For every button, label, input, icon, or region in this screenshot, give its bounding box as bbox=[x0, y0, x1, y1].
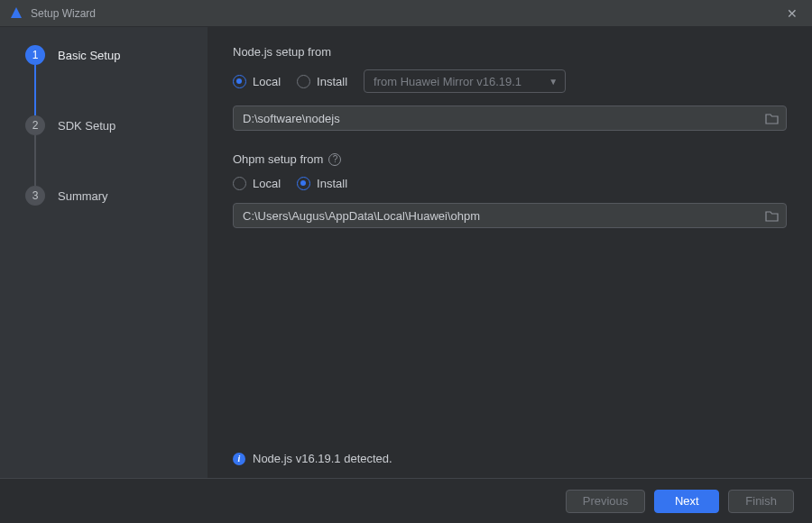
wizard-sidebar: 1 Basic Setup 2 SDK Setup 3 Summary bbox=[0, 27, 208, 478]
titlebar: Setup Wizard ✕ bbox=[0, 0, 812, 27]
nodejs-mirror-dropdown[interactable]: from Huawei Mirror v16.19.1 ▼ bbox=[364, 69, 566, 93]
step-connector bbox=[34, 135, 36, 186]
radio-label: Local bbox=[253, 177, 281, 190]
step-connector bbox=[34, 65, 36, 115]
ohpm-path-row bbox=[233, 203, 787, 228]
ohpm-path-input[interactable] bbox=[243, 209, 758, 223]
next-button[interactable]: Next bbox=[654, 490, 719, 513]
radio-icon bbox=[297, 75, 310, 88]
nodejs-section-title: Node.js setup from bbox=[233, 45, 787, 59]
previous-button[interactable]: Previous bbox=[566, 490, 646, 513]
wizard-content: Node.js setup from Local Install from Hu… bbox=[208, 27, 812, 478]
nodejs-path-row bbox=[233, 106, 787, 131]
sidebar-step-basic-setup[interactable]: 1 Basic Setup bbox=[25, 45, 208, 65]
main-area: 1 Basic Setup 2 SDK Setup 3 Summary Node… bbox=[0, 27, 812, 478]
ohpm-local-radio[interactable]: Local bbox=[233, 177, 281, 190]
step-number: 3 bbox=[25, 186, 45, 206]
status-message: Node.js v16.19.1 detected. bbox=[253, 452, 392, 465]
window-title: Setup Wizard bbox=[31, 7, 781, 20]
help-icon[interactable]: ? bbox=[328, 153, 341, 166]
ohpm-title-text: Ohpm setup from bbox=[233, 152, 323, 166]
nodejs-install-radio[interactable]: Install bbox=[297, 75, 347, 88]
info-icon: i bbox=[233, 453, 245, 465]
ohpm-install-radio[interactable]: Install bbox=[297, 177, 347, 190]
radio-label: Install bbox=[317, 177, 347, 190]
step-number: 1 bbox=[25, 45, 45, 65]
nodejs-radio-group: Local Install from Huawei Mirror v16.19.… bbox=[233, 69, 787, 93]
wizard-footer: Previous Next Finish bbox=[0, 478, 812, 523]
nodejs-path-input[interactable] bbox=[243, 112, 758, 125]
ohpm-section-title: Ohpm setup from ? bbox=[233, 152, 787, 166]
radio-label: Install bbox=[317, 75, 347, 88]
nodejs-local-radio[interactable]: Local bbox=[233, 75, 281, 88]
sidebar-step-summary[interactable]: 3 Summary bbox=[25, 186, 208, 206]
step-label: Summary bbox=[58, 189, 108, 203]
step-number: 2 bbox=[25, 115, 45, 135]
ohpm-radio-group: Local Install bbox=[233, 177, 787, 190]
radio-icon bbox=[233, 177, 246, 190]
browse-folder-icon[interactable] bbox=[758, 210, 779, 222]
browse-folder-icon[interactable] bbox=[758, 113, 779, 124]
close-icon[interactable]: ✕ bbox=[781, 3, 803, 24]
app-logo-icon bbox=[9, 6, 23, 21]
step-label: SDK Setup bbox=[58, 119, 115, 133]
radio-icon bbox=[297, 177, 310, 190]
sidebar-step-sdk-setup[interactable]: 2 SDK Setup bbox=[25, 115, 208, 135]
radio-icon bbox=[233, 75, 246, 88]
dropdown-value: from Huawei Mirror v16.19.1 bbox=[374, 75, 521, 88]
radio-label: Local bbox=[253, 75, 281, 88]
chevron-down-icon: ▼ bbox=[549, 77, 558, 87]
step-label: Basic Setup bbox=[58, 49, 120, 62]
finish-button[interactable]: Finish bbox=[728, 490, 794, 513]
status-bar: i Node.js v16.19.1 detected. bbox=[233, 452, 392, 465]
